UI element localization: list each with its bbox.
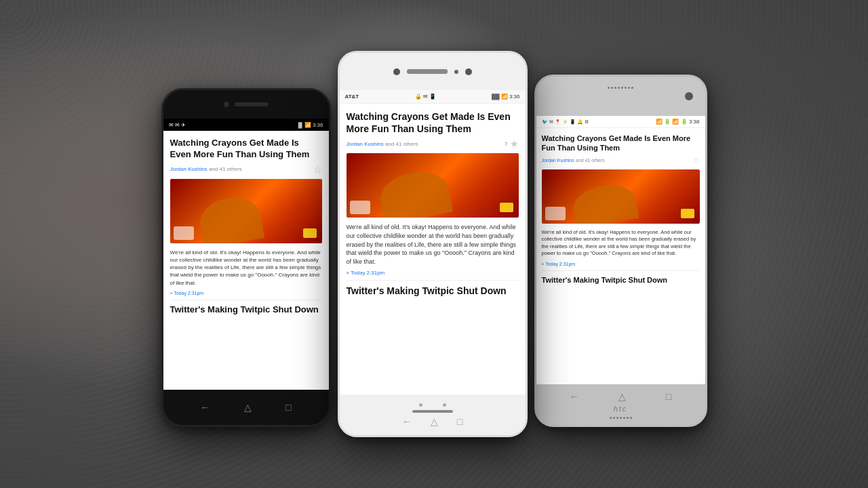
article-moto[interactable]: Watching Crayons Get Made Is Even More F… [340, 104, 526, 394]
bezel-bottom-moto: ← △ □ [340, 394, 526, 435]
status-bar-nexus5: ✉ ✉ ✈ ▓ 📶 3:36 [163, 119, 329, 131]
bezel-bottom-htc: ← △ □ htc [536, 384, 705, 425]
screen-htc: 🐦 ✉ 📍 ⚡ 📱 🔔 ⚙ 📶 🔋 📶 🔋 3:38 Watching Cray… [536, 116, 705, 384]
htc-brand-label: htc [614, 405, 628, 413]
speaker-moto [407, 69, 448, 74]
front-camera-nexus5 [224, 102, 229, 107]
home-button-htc[interactable]: △ [618, 391, 626, 402]
status-left-htc: 🐦 ✉ 📍 ⚡ 📱 🔔 ⚙ [542, 119, 589, 125]
sensor-moto [454, 70, 458, 74]
status-right-moto: ▓▓ 📶 3:36 [492, 94, 519, 100]
home-button-nexus5[interactable]: △ [244, 402, 252, 413]
bezel-bottom-nexus5: ← △ □ [163, 390, 329, 425]
article-image-htc [542, 169, 700, 224]
article-title2-htc: Twitter's Making Twitpic Shut Down [542, 275, 700, 285]
recents-button-moto[interactable]: □ [457, 416, 462, 427]
article-body-htc: We're all kind of old. It's okay! Happen… [542, 229, 700, 258]
bezel-top-moto [340, 53, 526, 90]
back-button-nexus5[interactable]: ← [201, 402, 210, 413]
nav-dot-right [443, 403, 446, 407]
brand-badge-moto [500, 203, 513, 212]
status-icons-moto: 🔒 ✉ 📱 [415, 94, 436, 100]
bezel-top-htc [536, 77, 705, 116]
timestamp-moto: » Today 2:31pm [347, 270, 519, 276]
author-moto: Jordan Kushins [347, 141, 384, 147]
speaker-htc-bottom [610, 417, 632, 419]
home-button-moto[interactable]: △ [431, 416, 438, 427]
article-title-htc: Watching Crayons Get Made Is Even More F… [542, 134, 700, 153]
article-image-moto [347, 153, 519, 218]
status-bar-htc: 🐦 ✉ 📍 ⚡ 📱 🔔 ⚙ 📶 🔋 📶 🔋 3:38 [536, 116, 705, 128]
star-htc[interactable]: ☆ [692, 156, 700, 165]
speaker-htc-top [608, 87, 633, 89]
nav-buttons-htc: ← △ □ [536, 391, 705, 402]
front-camera-left-moto [393, 68, 400, 75]
recents-button-htc[interactable]: □ [666, 391, 671, 402]
article-meta-moto: Jordan Kushins and 41 others 7 ★ [347, 138, 519, 149]
timestamp-htc: » Today 2:31pm [542, 262, 700, 266]
article-body-nexus5: We're all kind of old. It's okay! Happen… [170, 249, 322, 287]
front-camera-htc [685, 92, 693, 100]
screen-nexus5: ✉ ✉ ✈ ▓ 📶 3:36 Watching Crayons Get Made… [163, 119, 329, 390]
nav-dot-left [419, 403, 422, 407]
article-title2-moto: Twitter's Making Twitpic Shut Down [347, 285, 519, 297]
recents-button-nexus5[interactable]: □ [285, 402, 291, 413]
screen-moto: AT&T 🔒 ✉ 📱 ▓▓ 📶 3:36 Watching Crayons Ge… [340, 90, 526, 394]
article-title2-nexus5: Twitter's Making Twitpic Shut Down [170, 304, 322, 316]
status-right-htc: 📶 🔋 📶 🔋 3:38 [656, 119, 699, 125]
status-right-nexus5: ▓ 📶 3:36 [298, 122, 323, 128]
author-htc: Jordan Kushins [542, 158, 574, 163]
article-body-moto: We're all kind of old. It's okay! Happen… [347, 223, 519, 266]
status-bar-moto: AT&T 🔒 ✉ 📱 ▓▓ 📶 3:36 [340, 90, 526, 104]
divider-moto [347, 280, 519, 281]
count-moto: 7 [505, 141, 507, 147]
carrier-moto: AT&T [345, 94, 359, 100]
brand-badge-nexus5 [303, 228, 317, 238]
article-title-nexus5: Watching Crayons Get Made Is Even More F… [170, 138, 322, 161]
article-htc[interactable]: Watching Crayons Get Made Is Even More F… [536, 128, 705, 384]
meta-extra-moto: and 41 others [385, 141, 418, 147]
timestamp-nexus5: » Today 2:31pm [170, 291, 322, 296]
article-title-moto: Watching Crayons Get Made Is Even More F… [347, 110, 519, 135]
article-nexus5[interactable]: Watching Crayons Get Made Is Even More F… [163, 131, 329, 390]
status-left-nexus5: ✉ ✉ ✈ [169, 122, 186, 128]
divider-nexus5 [170, 300, 322, 300]
phone-moto: AT&T 🔒 ✉ 📱 ▓▓ 📶 3:36 Watching Crayons Ge… [338, 51, 528, 437]
front-camera-right-moto [465, 68, 472, 75]
brand-badge-htc [681, 209, 694, 218]
star-nexus5[interactable]: ☆ [313, 164, 322, 175]
back-button-moto[interactable]: ← [402, 416, 412, 427]
divider-htc [542, 270, 700, 271]
bezel-top-nexus5 [163, 90, 329, 119]
meta-extra-htc: and 41 others [576, 158, 605, 163]
meta-nexus5: and 41 others [209, 166, 242, 172]
author-nexus5: Jordan Kushins [170, 166, 208, 172]
phone-htc: 🐦 ✉ 📍 ⚡ 📱 🔔 ⚙ 📶 🔋 📶 🔋 3:38 Watching Cray… [534, 75, 707, 427]
nav-dots-moto [419, 403, 446, 407]
home-bar-moto[interactable] [412, 410, 453, 413]
scene: ✉ ✉ ✈ ▓ 📶 3:36 Watching Crayons Get Made… [0, 0, 868, 488]
article-meta-nexus5: Jordan Kushins and 41 others ☆ [170, 164, 322, 175]
article-image-nexus5 [170, 179, 322, 243]
star-moto[interactable]: ★ [510, 138, 519, 149]
nav-buttons-moto: ← △ □ [340, 416, 526, 427]
speaker-nexus5 [235, 102, 269, 106]
phone-nexus5: ✉ ✉ ✈ ▓ 📶 3:36 Watching Crayons Get Made… [161, 88, 331, 427]
article-meta-htc: Jordan Kushins and 41 others ☆ [542, 156, 700, 165]
back-button-htc[interactable]: ← [570, 391, 579, 402]
